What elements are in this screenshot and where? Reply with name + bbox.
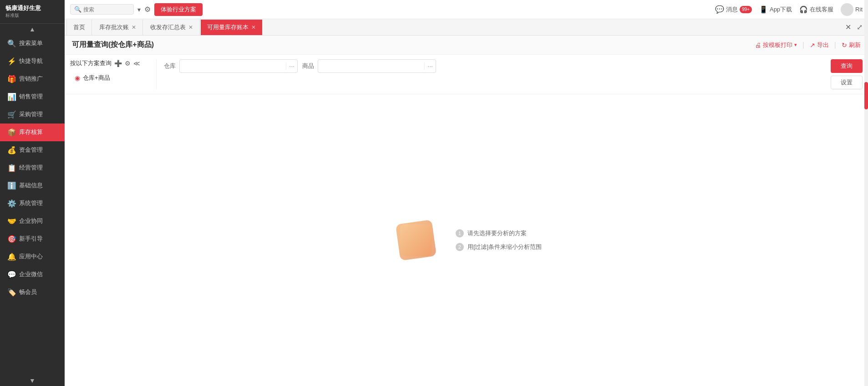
empty-hint-1: 1 请先选择要分析的方案 (456, 229, 542, 237)
sidebar-item-enterprise-wechat[interactable]: 💬 企业微信 (0, 266, 65, 283)
enterprise-collab-icon: 🤝 (7, 217, 15, 226)
empty-box-front (400, 224, 432, 256)
header-gear-btn[interactable]: ⚙ (144, 5, 151, 14)
scheme-item-label: 仓库+商品 (83, 74, 110, 82)
sidebar-item-sales[interactable]: 📊 销售管理 (0, 88, 65, 106)
online-service-button[interactable]: 🎧 在线客服 (799, 5, 833, 14)
product-input-wrap: ··· (318, 59, 436, 73)
message-label: 消息 (726, 5, 738, 14)
marketing-icon: 🎁 (7, 75, 15, 83)
sidebar-item-basic-info-label: 基础信息 (19, 181, 43, 190)
header-search-box[interactable]: 🔍 (70, 4, 134, 15)
filter-area: 按以下方案查询 ➕ ⚙ ≪ ◉ 仓库+商品 仓库 ··· (65, 55, 868, 94)
empty-hint-2: 2 用[过滤]条件来缩小分析范围 (456, 243, 542, 251)
hint-number-1: 1 (456, 229, 464, 237)
message-badge: 99+ (740, 6, 752, 13)
sidebar-item-marketing-label: 营销推广 (19, 75, 43, 83)
export-btn[interactable]: ↗ 导出 (810, 41, 829, 49)
sidebar-item-quick-nav-label: 快捷导航 (19, 57, 43, 65)
sidebar-item-basic-info[interactable]: ℹ️ 基础信息 (0, 177, 65, 195)
query-btn[interactable]: 查询 (831, 59, 863, 73)
tabs-bar: 首页 库存批次账 ✕ 收发存汇总表 ✕ 可用量库存账本 ✕ ✕ ⤢ (65, 19, 868, 36)
print-dropdown-icon: ▾ (794, 42, 797, 48)
sidebar-item-search[interactable]: 🔍 搜索菜单 (0, 35, 65, 52)
header-dropdown-btn[interactable]: ▾ (137, 6, 141, 13)
tab-batch-account-close[interactable]: ✕ (132, 25, 136, 30)
warehouse-input[interactable] (180, 63, 286, 70)
header-right: 💬 消息 99+ 📱 App下载 🎧 在线客服 Rit (715, 3, 863, 16)
top-header: 🔍 ▾ ⚙ 体验行业方案 💬 消息 99+ 📱 App下载 🎧 在线客服 Rit (65, 0, 868, 19)
header-industry-btn[interactable]: 体验行业方案 (154, 3, 203, 16)
tabs-actions: ✕ ⤢ (843, 22, 866, 32)
sidebar-item-quick-nav[interactable]: ⚡ 快捷导航 (0, 52, 65, 70)
sidebar-item-member[interactable]: 🏷️ 畅会员 (0, 283, 65, 301)
page-content: 可用量查询(按仓库+商品) 🖨 按模板打印 ▾ | ↗ 导出 | ↻ 刷新 (65, 36, 868, 386)
sidebar-item-newbie-label: 新手引导 (19, 235, 43, 243)
user-avatar-area[interactable]: Rit (841, 3, 863, 16)
edit-scheme-btn[interactable]: ⚙ (125, 60, 131, 67)
setting-btn[interactable]: 设置 (831, 76, 863, 89)
warehouse-input-wrap: ··· (179, 59, 298, 73)
refresh-btn[interactable]: ↻ 刷新 (842, 41, 861, 49)
sidebar-nav: 🔍 搜索菜单 ⚡ 快捷导航 🎁 营销推广 📊 销售管理 🛒 采购管理 📦 库存核… (0, 35, 65, 375)
avatar (841, 3, 853, 16)
sidebar-item-inventory[interactable]: 📦 库存核算 (0, 124, 65, 141)
tab-summary[interactable]: 收发存汇总表 ✕ (144, 20, 200, 35)
search-icon: 🔍 (74, 6, 81, 13)
tab-available-inventory-close[interactable]: ✕ (251, 25, 256, 30)
right-scrollbar (864, 0, 868, 386)
right-scrollbar-thumb[interactable] (864, 82, 868, 109)
tab-available-inventory-label: 可用量库存账本 (207, 23, 249, 31)
sidebar-item-marketing[interactable]: 🎁 营销推广 (0, 70, 65, 88)
page-title: 可用量查询(按仓库+商品) (72, 40, 154, 50)
product-more-btn[interactable]: ··· (424, 62, 436, 70)
sidebar-item-enterprise-collab-label: 企业协同 (19, 217, 43, 225)
sidebar-scroll-down[interactable]: ▼ (0, 375, 65, 386)
system-icon: ⚙️ (7, 199, 15, 208)
app-center-icon: 🔔 (7, 252, 15, 261)
tab-available-inventory[interactable]: 可用量库存账本 ✕ (201, 20, 263, 35)
sidebar-scroll-up[interactable]: ▲ (0, 24, 65, 35)
message-button[interactable]: 💬 消息 99+ (715, 5, 752, 14)
empty-hints: 1 请先选择要分析的方案 2 用[过滤]条件来缩小分析范围 (456, 229, 542, 251)
user-name: Rit (855, 6, 863, 13)
tab-summary-label: 收发存汇总表 (150, 23, 186, 31)
tab-batch-account[interactable]: 库存批次账 ✕ (93, 20, 143, 35)
tab-expand-btn[interactable]: ⤢ (855, 22, 864, 32)
sidebar-item-member-label: 畅会员 (19, 288, 37, 296)
purchase-icon: 🛒 (7, 110, 15, 119)
hint-text-2: 用[过滤]条件来缩小分析范围 (467, 243, 542, 251)
empty-state: 1 请先选择要分析的方案 2 用[过滤]条件来缩小分析范围 (65, 94, 868, 386)
filter-fields: 仓库 ··· 商品 ··· (157, 59, 825, 89)
tab-home[interactable]: 首页 (66, 20, 92, 35)
add-scheme-btn[interactable]: ➕ (114, 60, 122, 67)
sidebar-item-purchase[interactable]: 🛒 采购管理 (0, 106, 65, 124)
print-btn[interactable]: 🖨 按模板打印 ▾ (755, 41, 797, 49)
app-download-button[interactable]: 📱 App下载 (759, 5, 792, 14)
collapse-scheme-btn[interactable]: ≪ (133, 60, 140, 67)
warehouse-more-btn[interactable]: ··· (286, 62, 297, 70)
filter-scheme-label: 按以下方案查询 (70, 59, 112, 67)
basic-info-icon: ℹ️ (7, 181, 15, 190)
sidebar-item-newbie[interactable]: 🎯 新手引导 (0, 230, 65, 248)
hint-text-1: 请先选择要分析的方案 (467, 229, 527, 237)
app-download-label: App下载 (770, 5, 792, 14)
header-search-input[interactable] (83, 6, 129, 13)
hint-number-2: 2 (456, 243, 464, 251)
scheme-item-warehouse-product[interactable]: ◉ 仓库+商品 (70, 71, 152, 85)
export-label: 导出 (817, 41, 829, 49)
sidebar-item-finance[interactable]: 💰 资金管理 (0, 141, 65, 159)
sidebar-item-purchase-label: 采购管理 (19, 110, 43, 118)
sidebar-item-enterprise-collab[interactable]: 🤝 企业协同 (0, 212, 65, 230)
sidebar-item-search-label: 搜索菜单 (19, 39, 43, 47)
tab-close-all-btn[interactable]: ✕ (843, 22, 853, 32)
sidebar-item-inventory-label: 库存核算 (19, 128, 43, 136)
page-actions: 🖨 按模板打印 ▾ | ↗ 导出 | ↻ 刷新 (755, 41, 861, 49)
filter-scheme-header: 按以下方案查询 ➕ ⚙ ≪ (70, 59, 152, 67)
logo: 畅康通好生意 标准版 (0, 0, 65, 24)
sidebar-item-app-center[interactable]: 🔔 应用中心 (0, 248, 65, 266)
sidebar-item-operations[interactable]: 📋 经营管理 (0, 159, 65, 177)
product-input[interactable] (318, 63, 424, 70)
tab-summary-close[interactable]: ✕ (188, 25, 193, 30)
sidebar-item-system[interactable]: ⚙️ 系统管理 (0, 195, 65, 212)
